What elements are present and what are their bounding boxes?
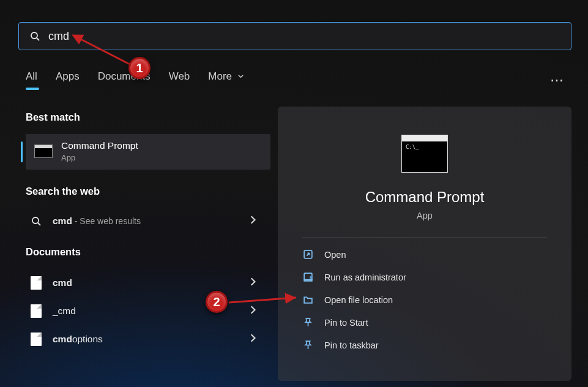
svg-line-3 [38,223,40,225]
tab-more[interactable]: More [208,70,244,90]
action-open[interactable]: Open [292,243,557,266]
best-match-result[interactable]: Command Prompt App [26,134,270,170]
preview-title: Command Prompt [292,189,557,206]
search-input[interactable] [48,30,560,43]
document-name: cmd [53,277,72,288]
action-label: Open [324,250,346,260]
chevron-down-icon [237,73,244,80]
web-search-result[interactable]: cmd - See web results [26,208,270,234]
pin-start-icon [302,317,313,328]
admin-icon [302,272,313,282]
action-label: Pin to taskbar [324,340,379,350]
tab-web[interactable]: Web [169,70,190,90]
annotation-marker-1: 1 [128,57,151,79]
preview-type: App [292,211,557,220]
document-result[interactable]: cmdoptions [26,325,270,353]
web-search-text: cmd - See web results [53,216,141,227]
svg-line-1 [37,38,39,40]
svg-point-2 [32,217,39,224]
file-icon [29,304,43,318]
search-icon [29,216,43,226]
web-search-heading: Search the web [26,186,270,197]
action-label: Run as administrator [324,272,406,282]
action-run-as-administrator[interactable]: Run as administrator [292,266,557,288]
command-prompt-icon: C:\_ [401,135,448,173]
annotation-marker-2: 2 [206,291,228,313]
tab-more-label: More [208,70,232,82]
documents-heading: Documents [26,246,270,258]
best-match-title: Command Prompt [61,140,138,151]
document-name: cmdoptions [53,334,103,345]
document-result[interactable]: cmd [26,269,270,297]
svg-point-0 [31,32,37,39]
tab-apps[interactable]: Apps [56,70,80,90]
search-icon [30,31,40,41]
open-icon [302,249,313,260]
preview-panel: C:\_ Command Prompt App Open Run as admi… [278,107,571,381]
tab-all[interactable]: All [26,70,37,90]
file-icon [29,276,43,290]
action-pin-to-taskbar[interactable]: Pin to taskbar [292,334,557,356]
pin-taskbar-icon [302,340,313,350]
document-name: _cmd [53,306,76,317]
chevron-right-icon [250,277,256,288]
best-match-subtitle: App [61,153,138,162]
divider [302,238,547,238]
results-panel: Best match Command Prompt App Search the… [26,111,270,353]
action-label: Open file location [324,295,393,305]
action-pin-to-start[interactable]: Pin to Start [292,311,557,334]
chevron-right-icon [250,306,256,317]
document-result[interactable]: _cmd [26,297,270,325]
file-icon [29,333,43,346]
chevron-right-icon [250,334,256,345]
search-bar[interactable] [18,22,571,50]
overflow-menu-button[interactable]: ⋯ [550,72,565,88]
command-prompt-icon [34,145,53,158]
action-open-file-location[interactable]: Open file location [292,288,557,311]
svg-rect-6 [304,280,312,281]
best-match-heading: Best match [26,111,270,123]
action-label: Pin to Start [324,318,368,328]
folder-icon [302,295,313,305]
chevron-right-icon [250,216,256,227]
